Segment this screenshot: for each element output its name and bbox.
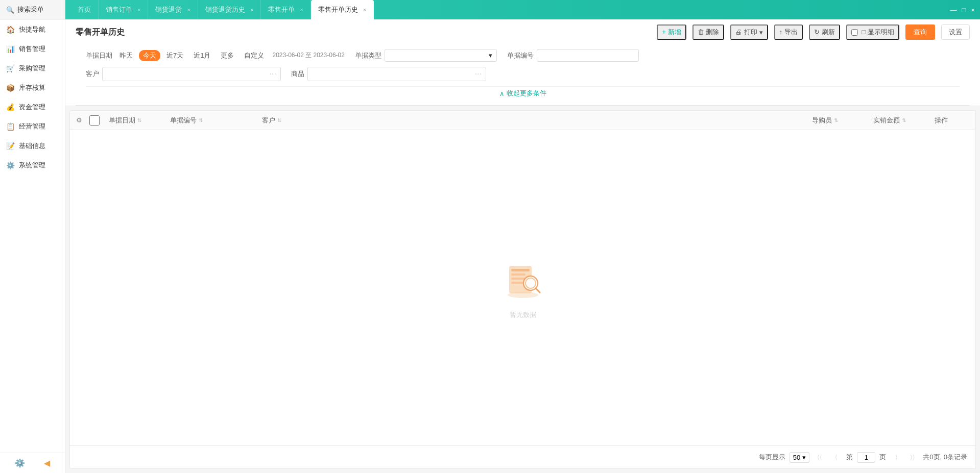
table-area: ⚙ 单据日期 ⇅ 单据编号 ⇅ 客户 ⇅ 导购员 ⇅ [69, 110, 976, 469]
date-options: 昨天 今天 近7天 近1月 更多 自定义 2023-06-02 至 2023-0… [115, 50, 345, 61]
tab-sales-return-history-label: 销货退货历史 [205, 5, 245, 14]
tab-home-label: 首页 [78, 5, 91, 14]
goods-dots-icon: ··· [475, 69, 482, 79]
show-detail-checkbox[interactable] [851, 29, 858, 36]
date-today-btn[interactable]: 今天 [139, 50, 160, 61]
table-settings-button[interactable]: ⚙ [74, 114, 84, 126]
th-num[interactable]: 单据编号 ⇅ [166, 116, 258, 125]
tab-sales-return-close[interactable]: × [187, 7, 190, 13]
svg-rect-2 [511, 269, 530, 271]
sidebar-item-label: 销售管理 [19, 44, 45, 54]
collapse-arrow-icon: ∧ [499, 90, 505, 97]
empty-state: 暂无数据 [70, 130, 975, 445]
filter-customer-item: 客户 ··· [86, 67, 281, 81]
sidebar-item-quick-nav[interactable]: 🏠 快捷导航 [0, 20, 65, 39]
tab-retail-open-label: 零售开单 [268, 5, 295, 14]
settings-button[interactable]: 设置 [941, 24, 970, 40]
first-page-button[interactable]: ⟨⟨ [814, 451, 826, 463]
sidebar-item-label: 经营管理 [19, 122, 45, 131]
th-guide[interactable]: 导购员 ⇅ [808, 116, 869, 125]
goods-input[interactable]: ··· [307, 67, 486, 81]
date-custom-btn[interactable]: 自定义 [240, 50, 268, 61]
tab-sales-return-history[interactable]: 销货退货历史 × [198, 0, 261, 19]
window-minimize-button[interactable]: — [950, 6, 957, 14]
pagination: 每页显示 50 ▾ ⟨⟨ ⟨ 第 页 ⟩ ⟩⟩ 共0页, 0条记录 [70, 445, 975, 468]
refresh-button[interactable]: ↻ 刷新 [809, 24, 840, 40]
tab-home[interactable]: 首页 [70, 0, 99, 19]
th-date[interactable]: 单据日期 ⇅ [105, 116, 166, 125]
tab-sales-order[interactable]: 销售订单 × [99, 0, 148, 19]
tab-retail-open-history[interactable]: 零售开单历史 × [311, 0, 374, 19]
cart-icon: 🛒 [6, 64, 15, 72]
money-icon: 💰 [6, 103, 15, 111]
sidebar-item-inventory[interactable]: 📦 库存核算 [0, 78, 65, 97]
date-more-btn[interactable]: 更多 [217, 50, 238, 61]
prev-page-button[interactable]: ⟨ [830, 451, 842, 463]
print-button[interactable]: 🖨 打印 ▾ [730, 24, 768, 40]
date-range-display: 2023-06-02 至 2023-06-02 [272, 51, 344, 60]
th-customer-label: 客户 [262, 116, 275, 125]
tab-retail-open-history-close[interactable]: × [363, 7, 366, 13]
search-icon: 🔍 [6, 6, 14, 14]
th-ops: 操作 [930, 116, 971, 125]
sidebar-item-system-mgmt[interactable]: ⚙️ 系统管理 [0, 156, 65, 175]
window-maximize-button[interactable]: □ [962, 6, 966, 14]
sidebar: 🔍 搜索采单 🏠 快捷导航 📊 销售管理 🛒 采购管理 📦 库存核算 💰 资金管… [0, 0, 65, 473]
page-size-select[interactable]: 50 ▾ [790, 452, 809, 463]
empty-icon [500, 257, 546, 304]
sidebar-item-purchase-mgmt[interactable]: 🛒 采购管理 [0, 59, 65, 78]
show-detail-button[interactable]: □ 显示明细 [846, 24, 899, 40]
tab-retail-open-close[interactable]: × [300, 7, 303, 13]
sidebar-item-label: 快捷导航 [19, 25, 45, 34]
sidebar-item-finance[interactable]: 💰 资金管理 [0, 97, 65, 117]
next-page-button[interactable]: ⟩ [890, 451, 902, 463]
tabs-bar: 首页 销售订单 × 销货退货 × 销货退货历史 × 零售开单 × 零售开单历史 … [65, 0, 980, 19]
sidebar-item-operation[interactable]: 📋 经营管理 [0, 117, 65, 136]
sidebar-nav: 🏠 快捷导航 📊 销售管理 🛒 采购管理 📦 库存核算 💰 资金管理 📋 经营管… [0, 20, 65, 453]
page-prefix-label: 第 [846, 453, 853, 462]
date-filter-label: 单据日期 [86, 51, 112, 60]
home-icon: 🏠 [6, 26, 15, 34]
tab-sales-order-close[interactable]: × [137, 7, 140, 13]
toolbar: + 新增 🗑 删除 🖨 打印 ▾ ↑ 导出 ↻ 刷新 □ 显示明细 查询 设置 [657, 24, 970, 40]
doc-num-input[interactable] [537, 49, 639, 62]
th-date-label: 单据日期 [109, 116, 135, 125]
th-amount[interactable]: 实销金额 ⇅ [869, 116, 930, 125]
sidebar-search-label: 搜索采单 [17, 5, 44, 14]
sidebar-item-label: 采购管理 [19, 64, 45, 73]
sidebar-search[interactable]: 🔍 搜索采单 [0, 0, 65, 20]
select-all-checkbox[interactable] [89, 115, 100, 126]
sidebar-item-sales-mgmt[interactable]: 📊 销售管理 [0, 39, 65, 59]
page-title: 零售开单历史 [76, 27, 125, 38]
sidebar-collapse-button[interactable]: ◀ [44, 458, 50, 468]
add-button[interactable]: + 新增 [657, 24, 686, 40]
page-number-input[interactable] [857, 452, 875, 463]
th-customer[interactable]: 客户 ⇅ [258, 116, 808, 125]
tab-retail-open-history-label: 零售开单历史 [318, 5, 358, 14]
sidebar-item-label: 系统管理 [19, 161, 45, 170]
sidebar-item-basic-info[interactable]: 📝 基础信息 [0, 136, 65, 156]
tab-retail-open[interactable]: 零售开单 × [261, 0, 310, 19]
th-guide-sort-icon: ⇅ [834, 117, 838, 123]
date-last-month-btn[interactable]: 近1月 [189, 50, 214, 61]
tab-sales-return[interactable]: 销货退货 × [148, 0, 198, 19]
customer-dots-icon: ··· [270, 69, 276, 79]
clipboard-icon: 📋 [6, 122, 15, 131]
query-button[interactable]: 查询 [905, 24, 935, 40]
last-page-button[interactable]: ⟩⟩ [906, 451, 919, 463]
th-customer-sort-icon: ⇅ [277, 117, 281, 123]
date-last7-btn[interactable]: 近7天 [162, 50, 187, 61]
sidebar-settings-button[interactable]: ⚙️ [15, 458, 25, 468]
tab-sales-return-history-close[interactable]: × [250, 7, 253, 13]
sidebar-item-label: 基础信息 [19, 141, 45, 151]
filter-collapse-bar[interactable]: ∧ 收起更多条件 [86, 86, 960, 100]
delete-button[interactable]: 🗑 删除 [692, 24, 725, 40]
svg-rect-3 [511, 273, 525, 276]
date-yesterday-btn[interactable]: 昨天 [115, 50, 137, 61]
doc-type-select[interactable]: ▾ [385, 49, 497, 62]
export-button[interactable]: ↑ 导出 [774, 24, 803, 40]
window-close-button[interactable]: × [971, 6, 975, 14]
th-guide-label: 导购员 [812, 116, 832, 125]
print-label: 🖨 打印 [735, 28, 757, 37]
customer-input[interactable]: ··· [102, 67, 281, 81]
